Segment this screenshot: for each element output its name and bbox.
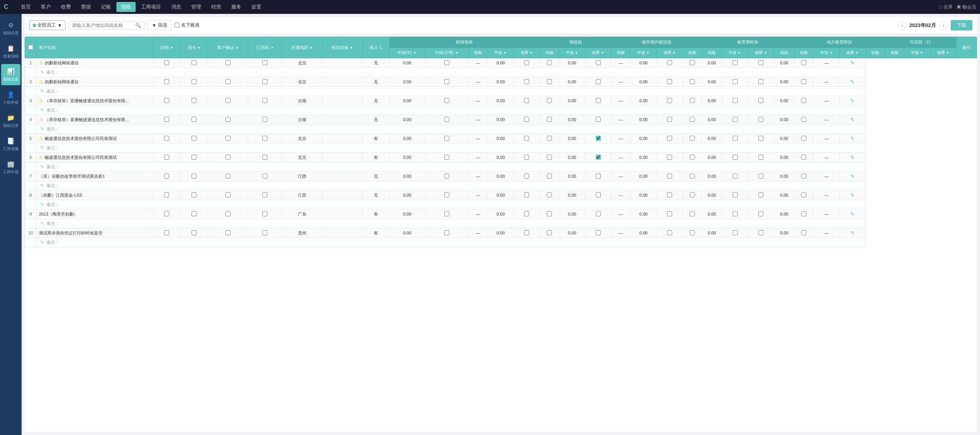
filter-button[interactable]: ▼ 筛选 <box>148 20 171 30</box>
nav-service[interactable]: 服务 <box>227 2 246 12</box>
nav-message[interactable]: 消息 <box>166 2 186 12</box>
vat-pay-checkbox[interactable] <box>547 98 552 103</box>
clear-card-checkbox[interactable] <box>192 230 197 235</box>
copy-tax-checkbox[interactable] <box>164 155 169 160</box>
select-all-checkbox[interactable] <box>28 45 33 50</box>
sidebar-item-annual-report[interactable]: 🏢 工商年报 <box>1 157 20 178</box>
edu-pay-checkbox[interactable] <box>690 211 695 216</box>
sidebar-item-tax-overview[interactable]: 📊 报税总览 <box>1 64 20 85</box>
client-confirm-checkbox[interactable] <box>225 155 230 160</box>
edit-icon[interactable]: ✎ <box>850 192 855 198</box>
search-input[interactable] <box>72 23 134 28</box>
stamp-declare-checkbox[interactable] <box>801 60 806 65</box>
urban-declare-checkbox[interactable] <box>596 79 601 84</box>
sidebar-item-tax-records[interactable]: 📁 报税记录 <box>1 110 20 132</box>
ledu-declare-checkbox[interactable] <box>733 60 738 65</box>
fin-year-checkbox[interactable] <box>444 79 449 84</box>
completed-tax-checkbox[interactable] <box>262 230 267 235</box>
clear-card-checkbox[interactable] <box>192 192 197 197</box>
edu-declare-checkbox[interactable] <box>667 136 672 141</box>
edu-pay-checkbox[interactable] <box>690 98 695 103</box>
edit-icon[interactable]: ✎ <box>850 79 855 85</box>
edu-declare-checkbox[interactable] <box>667 230 672 235</box>
vat-declare-checkbox[interactable] <box>524 230 529 235</box>
ledu-pay-checkbox[interactable] <box>758 230 763 235</box>
ledu-declare-checkbox[interactable] <box>733 136 738 141</box>
copy-tax-checkbox[interactable] <box>164 117 169 122</box>
edit-icon[interactable]: ✎ <box>850 230 855 236</box>
edit-icon[interactable]: ✎ <box>850 98 855 104</box>
copy-tax-checkbox[interactable] <box>164 60 169 65</box>
ledu-pay-checkbox[interactable] <box>758 136 763 141</box>
copy-tax-checkbox[interactable] <box>164 174 169 179</box>
client-confirm-checkbox[interactable] <box>225 60 230 65</box>
urban-declare-checkbox[interactable] <box>596 155 601 160</box>
stamp-declare-checkbox[interactable] <box>801 192 806 197</box>
edu-pay-checkbox[interactable] <box>690 79 695 84</box>
urban-declare-checkbox[interactable] <box>596 98 601 103</box>
stamp-declare-checkbox[interactable] <box>801 211 806 216</box>
client-confirm-checkbox[interactable] <box>225 211 230 216</box>
edu-declare-checkbox[interactable] <box>667 79 672 84</box>
vat-pay-checkbox[interactable] <box>547 211 552 216</box>
fullscreen-btn[interactable]: □ 全屏 <box>939 4 953 10</box>
urban-declare-checkbox[interactable] <box>596 230 601 235</box>
next-month-button[interactable]: › <box>939 21 948 30</box>
edit-icon[interactable]: ✎ <box>850 60 855 66</box>
copy-tax-checkbox[interactable] <box>164 79 169 84</box>
nav-business[interactable]: 工商项目 <box>136 2 166 12</box>
edu-declare-checkbox[interactable] <box>667 211 672 216</box>
stamp-declare-checkbox[interactable] <box>801 155 806 160</box>
urban-declare-checkbox[interactable] <box>596 136 601 141</box>
edu-pay-checkbox[interactable] <box>690 174 695 179</box>
vat-pay-checkbox[interactable] <box>547 192 552 197</box>
edu-pay-checkbox[interactable] <box>690 192 695 197</box>
nav-bookkeeping[interactable]: 记账 <box>96 2 116 12</box>
clear-card-checkbox[interactable] <box>192 98 197 103</box>
vat-pay-checkbox[interactable] <box>547 155 552 160</box>
vat-declare-checkbox[interactable] <box>524 98 529 103</box>
sidebar-item-annual-settlement[interactable]: 📑 汇算清缴 <box>1 133 20 155</box>
ledu-declare-checkbox[interactable] <box>733 192 738 197</box>
ledu-declare-checkbox[interactable] <box>733 230 738 235</box>
fin-year-checkbox[interactable] <box>444 174 449 179</box>
client-confirm-checkbox[interactable] <box>225 174 230 179</box>
download-button[interactable]: 下载 <box>951 20 972 30</box>
urban-declare-checkbox[interactable] <box>596 192 601 197</box>
vat-pay-checkbox[interactable] <box>547 60 552 65</box>
fin-year-checkbox[interactable] <box>444 117 449 122</box>
vat-pay-checkbox[interactable] <box>547 136 552 141</box>
clear-card-checkbox[interactable] <box>192 79 197 84</box>
client-confirm-checkbox[interactable] <box>225 98 230 103</box>
ledu-pay-checkbox[interactable] <box>758 79 763 84</box>
client-confirm-checkbox[interactable] <box>225 79 230 84</box>
ledu-declare-checkbox[interactable] <box>733 155 738 160</box>
clear-card-checkbox[interactable] <box>192 155 197 160</box>
fin-year-checkbox[interactable] <box>444 155 449 160</box>
edu-pay-checkbox[interactable] <box>690 117 695 122</box>
nav-invoice[interactable]: 票据 <box>76 2 96 12</box>
completed-tax-checkbox[interactable] <box>262 79 267 84</box>
edu-pay-checkbox[interactable] <box>690 60 695 65</box>
ledu-declare-checkbox[interactable] <box>733 117 738 122</box>
edu-declare-checkbox[interactable] <box>667 174 672 179</box>
edu-pay-checkbox[interactable] <box>690 230 695 235</box>
copy-tax-checkbox[interactable] <box>164 98 169 103</box>
ledu-declare-checkbox[interactable] <box>733 79 738 84</box>
vat-pay-checkbox[interactable] <box>547 79 552 84</box>
fin-year-checkbox[interactable] <box>444 192 449 197</box>
edit-icon[interactable]: ✎ <box>850 154 855 160</box>
copy-tax-checkbox[interactable] <box>164 230 169 235</box>
stamp-declare-checkbox[interactable] <box>801 98 806 103</box>
edu-pay-checkbox[interactable] <box>690 155 695 160</box>
ledu-pay-checkbox[interactable] <box>758 98 763 103</box>
nav-billing[interactable]: 收费 <box>56 2 76 12</box>
completed-tax-checkbox[interactable] <box>262 98 267 103</box>
client-confirm-checkbox[interactable] <box>225 192 230 197</box>
edit-icon[interactable]: ✎ <box>850 116 855 123</box>
edu-declare-checkbox[interactable] <box>667 60 672 65</box>
nav-home[interactable]: 首页 <box>16 2 35 12</box>
edit-icon[interactable]: ✎ <box>850 173 855 179</box>
fin-year-checkbox[interactable] <box>444 211 449 216</box>
ledu-pay-checkbox[interactable] <box>758 192 763 197</box>
